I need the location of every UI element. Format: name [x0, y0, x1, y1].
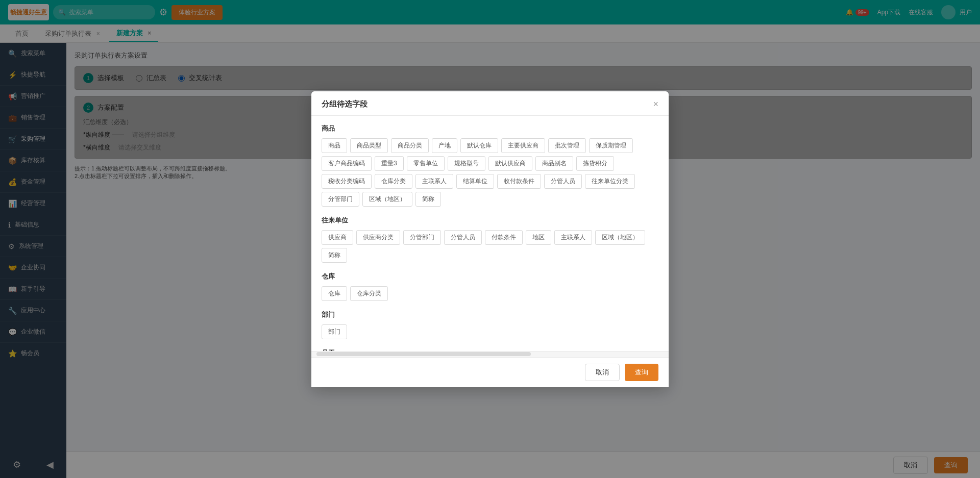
modal-overlay: 分组待选字段 × 商品 商品 商品类型 商品分类 产地 默认仓库 主要供应商 批… — [0, 0, 980, 478]
field-tag-customer-code[interactable]: 客户商品编码 — [322, 156, 372, 171]
field-tag-default-warehouse[interactable]: 默认仓库 — [460, 138, 498, 153]
modal-body: 商品 商品 商品类型 商品分类 产地 默认仓库 主要供应商 批次管理 保质期管理… — [311, 116, 669, 351]
field-tags-warehouse: 仓库 仓库分类 — [322, 286, 658, 301]
field-group-product-title: 商品 — [322, 124, 658, 133]
field-tag-main-supplier[interactable]: 主要供应商 — [501, 138, 545, 153]
modal-footer: 取消 查询 — [311, 357, 669, 387]
field-group-warehouse: 仓库 仓库 仓库分类 — [322, 272, 658, 301]
field-tag-batch-manage[interactable]: 批次管理 — [548, 138, 586, 153]
field-tag-supplier[interactable]: 供应商 — [322, 230, 353, 245]
field-tags-product: 商品 商品类型 商品分类 产地 默认仓库 主要供应商 批次管理 保质期管理 客户… — [322, 138, 658, 207]
field-tag-dept-managed-cp[interactable]: 分管部门 — [403, 230, 441, 245]
field-tag-settlement-unit[interactable]: 结算单位 — [456, 174, 494, 189]
field-select-modal: 分组待选字段 × 商品 商品 商品类型 商品分类 产地 默认仓库 主要供应商 批… — [311, 91, 669, 387]
modal-header: 分组待选字段 × — [311, 91, 669, 116]
field-tag-short-name-cp[interactable]: 简称 — [322, 248, 347, 263]
field-tag-tax-code[interactable]: 税收分类编码 — [322, 174, 372, 189]
field-tag-product-type[interactable]: 商品类型 — [350, 138, 388, 153]
modal-cancel-btn[interactable]: 取消 — [585, 364, 620, 381]
field-tag-supervisor-cp[interactable]: 分管人员 — [444, 230, 482, 245]
field-tag-product-alias[interactable]: 商品别名 — [535, 156, 573, 171]
field-tag-main-contact[interactable]: 主联系人 — [415, 174, 453, 189]
field-tag-expiry-manage[interactable]: 保质期管理 — [589, 138, 633, 153]
field-tag-counterpart-category[interactable]: 往来单位分类 — [585, 174, 635, 189]
modal-confirm-btn[interactable]: 查询 — [625, 364, 658, 381]
field-tag-product-category[interactable]: 商品分类 — [391, 138, 429, 153]
field-tags-counterpart: 供应商 供应商分类 分管部门 分管人员 付款条件 地区 主联系人 区域（地区） … — [322, 230, 658, 263]
modal-hscroll-thumb — [316, 352, 531, 356]
modal-title: 分组待选字段 — [322, 99, 368, 109]
field-group-dept: 部门 部门 — [322, 310, 658, 339]
modal-horizontal-scrollbar[interactable] — [311, 351, 669, 357]
modal-close-btn[interactable]: × — [653, 99, 658, 109]
field-tag-short-name-product[interactable]: 简称 — [415, 192, 441, 207]
field-tag-product[interactable]: 商品 — [322, 138, 347, 153]
field-tag-main-contact-cp[interactable]: 主联系人 — [554, 230, 592, 245]
field-tag-retail-unit[interactable]: 零售单位 — [407, 156, 445, 171]
field-tag-region-cp[interactable]: 地区 — [526, 230, 551, 245]
field-tag-origin[interactable]: 产地 — [432, 138, 457, 153]
field-group-dept-title: 部门 — [322, 310, 658, 319]
field-tag-warehouse-cat[interactable]: 仓库分类 — [350, 286, 388, 301]
field-tag-payment-condition[interactable]: 付款条件 — [485, 230, 523, 245]
field-group-product: 商品 商品 商品类型 商品分类 产地 默认仓库 主要供应商 批次管理 保质期管理… — [322, 124, 658, 207]
field-tag-area-region-cp[interactable]: 区域（地区） — [595, 230, 645, 245]
field-tag-payment-terms[interactable]: 收付款条件 — [497, 174, 541, 189]
field-tag-pick-points[interactable]: 拣货积分 — [576, 156, 614, 171]
field-tag-weight3[interactable]: 重量3 — [375, 156, 404, 171]
field-group-counterpart-title: 往来单位 — [322, 216, 658, 225]
field-tags-dept: 部门 — [322, 324, 658, 339]
field-tag-warehouse-category[interactable]: 仓库分类 — [375, 174, 412, 189]
field-tag-warehouse[interactable]: 仓库 — [322, 286, 347, 301]
field-tag-dept[interactable]: 部门 — [322, 324, 347, 339]
field-tag-region-product[interactable]: 区域（地区） — [362, 192, 412, 207]
field-group-counterpart: 往来单位 供应商 供应商分类 分管部门 分管人员 付款条件 地区 主联系人 区域… — [322, 216, 658, 263]
field-tag-supervisor[interactable]: 分管人员 — [544, 174, 582, 189]
field-tag-supplier-category[interactable]: 供应商分类 — [356, 230, 400, 245]
field-tag-default-supplier[interactable]: 默认供应商 — [488, 156, 532, 171]
field-tag-spec-type[interactable]: 规格型号 — [448, 156, 485, 171]
field-tag-dept-managed[interactable]: 分管部门 — [322, 192, 359, 207]
field-group-warehouse-title: 仓库 — [322, 272, 658, 281]
